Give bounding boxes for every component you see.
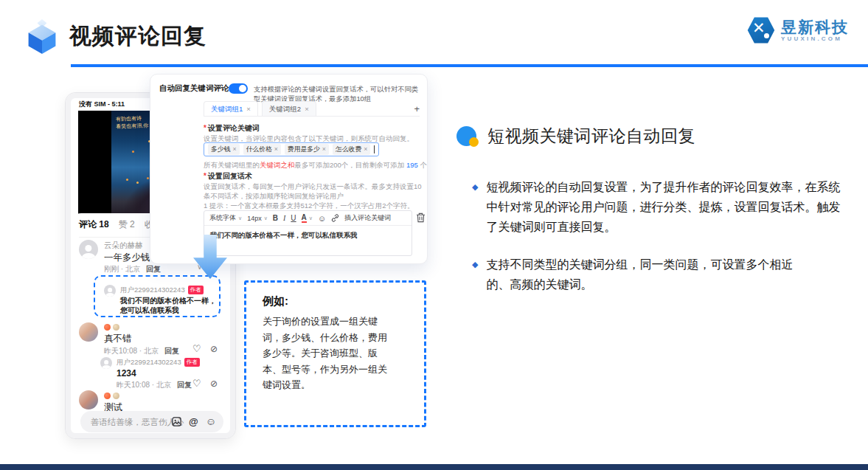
- keyword-tag[interactable]: 什么价格×: [243, 144, 281, 155]
- reply-hint: 设置回复话术，每回复一个用户评论只发送一条话术。最多支持设置10条不同话术，按添…: [204, 182, 425, 201]
- example-callout-box: 例如: 关于询价的设置成一组关键词，多少钱、什么价格，费用多少等。关于咨询班型、…: [244, 280, 426, 427]
- close-icon[interactable]: ×: [305, 105, 309, 113]
- feature-heading: 短视频关键词评论自动回复: [487, 125, 695, 148]
- comment-input[interactable]: 善语结善缘，恶言伤人心 @ ☺: [80, 411, 223, 432]
- keyword-section-label: *设置评论关键词: [204, 123, 260, 134]
- user-badges: [104, 393, 119, 399]
- required-asterisk: *: [204, 172, 206, 180]
- phone-status-bar: 没有 SIM - 5:11: [79, 100, 125, 109]
- comment-username: 用户2299214302243作者: [117, 358, 200, 367]
- like-icon[interactable]: ♡: [192, 343, 201, 354]
- auto-reply-highlight: 用户2299214302243作者 我们不同的版本价格不一样，您可以私信联系我: [94, 275, 221, 317]
- example-title: 例如:: [263, 294, 288, 308]
- keyword-tags-input[interactable]: 多少钱× 什么价格× 费用是多少× 怎么收费×: [204, 142, 379, 156]
- tab-keyword-group-2[interactable]: 关键词组2×: [262, 101, 316, 116]
- tab-likes[interactable]: 赞 2: [119, 218, 135, 231]
- avatar: [104, 285, 116, 297]
- tab-comments[interactable]: 评论 18: [79, 218, 109, 231]
- editor-content[interactable]: 我们不同的版本价格不一样，您可以私信联系我: [204, 226, 412, 246]
- mention-icon[interactable]: @: [189, 416, 198, 427]
- avatar: [79, 390, 98, 409]
- comment-meta: 昨天10:08 · 北京回复: [117, 380, 192, 390]
- comment-text: 一年多少钱: [104, 252, 150, 264]
- auto-reply-settings-panel: 自动回复关键词评论 支持根据评论的关键词设置回复话术，可以针对不同类型关键词设置…: [150, 74, 428, 264]
- keyword-quota-text: 所有关键词组里的关键词之和最多可添加200个，目前剩余可添加 195 个: [204, 161, 427, 170]
- comment-text: 1234: [117, 368, 136, 379]
- close-icon[interactable]: ×: [322, 145, 326, 153]
- emoji-button[interactable]: ☺: [318, 214, 326, 223]
- comment-username: 云朵的赫赫: [104, 241, 143, 251]
- font-size-select[interactable]: 14px∨: [247, 215, 268, 222]
- brand-name: 昱新科技: [781, 19, 849, 35]
- comment-meta: 刚刚 · 北京回复: [104, 264, 161, 274]
- dislike-icon[interactable]: ⊘: [210, 344, 218, 354]
- header-divider: [71, 64, 868, 67]
- close-icon[interactable]: ×: [274, 145, 278, 153]
- trash-icon[interactable]: [416, 212, 426, 223]
- quota-remaining: 195: [406, 161, 418, 169]
- brand-logo: ✕ 昱新科技 YUUXIN.COM: [747, 16, 849, 44]
- avatar: [79, 322, 98, 342]
- keyword-tag[interactable]: 费用是多少×: [285, 144, 329, 155]
- text-cursor: [374, 145, 375, 153]
- feature-bullet-icon: [456, 126, 482, 150]
- comment-meta: 昨天10:08 · 北京回复: [104, 346, 179, 356]
- font-color-button[interactable]: A∨: [302, 214, 313, 223]
- editor-toolbar: 系统字体∨ 14px∨ B I U A∨ ☺ 插入评论关键词: [204, 211, 412, 226]
- feature-bullet: ◆ 短视频评论的自动回复设置，为了提升作者的评论回复效率，在系统中针对常见的评论…: [472, 177, 841, 237]
- example-body: 关于询价的设置成一组关键词，多少钱、什么价格，费用多少等。关于咨询班型、版本、型…: [263, 314, 388, 393]
- add-group-button[interactable]: +: [414, 102, 420, 116]
- reply-link[interactable]: 回复: [164, 347, 179, 355]
- quota-highlight: 关键词之和: [260, 161, 295, 169]
- link-icon[interactable]: [331, 214, 339, 222]
- keyword-tag[interactable]: 怎么收费×: [333, 144, 370, 155]
- keyword-group-tabs: 关键词组1× 关键词组2× +: [204, 101, 420, 117]
- comment-username: 用户2299214302243作者: [120, 286, 204, 295]
- diamond-icon: ◆: [472, 255, 478, 294]
- page: 视频评论回复 ✕ 昱新科技 YUUXIN.COM 没有 SIM - 5:11 有…: [0, 0, 868, 470]
- brand-domain: YUUXIN.COM: [781, 35, 849, 42]
- page-title: 视频评论回复: [69, 21, 206, 52]
- brand-hexagon-icon: ✕: [747, 16, 775, 44]
- diamond-icon: ◆: [472, 177, 478, 237]
- close-icon[interactable]: ×: [246, 105, 251, 113]
- italic-button[interactable]: I: [283, 214, 285, 222]
- rich-text-editor: 系统字体∨ 14px∨ B I U A∨ ☺ 插入评论关键词 我们不同的版本价格…: [204, 210, 412, 256]
- cube-logo-icon: [25, 19, 59, 55]
- footer-bar: [0, 464, 868, 470]
- video-overlay-text: 有韵也有诗 看笑也有泪,你: [116, 114, 149, 131]
- close-icon[interactable]: ×: [232, 145, 236, 153]
- auto-reply-toggle[interactable]: [229, 83, 248, 94]
- comment-input-placeholder: 善语结善缘，恶言伤人心: [91, 417, 184, 428]
- image-icon[interactable]: [172, 417, 181, 426]
- reply-link[interactable]: 回复: [177, 381, 192, 389]
- comment-text: 真不错: [104, 333, 132, 345]
- dislike-icon[interactable]: ⊘: [210, 379, 218, 389]
- emoji-icon[interactable]: ☺: [206, 415, 216, 427]
- user-badges: [104, 324, 119, 331]
- tab-keyword-group-1[interactable]: 关键词组1×: [204, 101, 258, 116]
- feature-bullet: ◆ 支持不同类型的关键词分组，同一类问题，可设置多个相近的、高频的关键词。: [472, 255, 813, 294]
- close-icon[interactable]: ×: [364, 145, 367, 153]
- auto-reply-text: 我们不同的版本价格不一样，您可以私信联系我: [120, 296, 222, 315]
- avatar: [100, 357, 112, 369]
- avatar: [79, 240, 98, 259]
- reply-tip: 1 提示：一个富文本框最多支持512个字符，一个汉字占用2个字符。: [204, 201, 414, 210]
- insert-keyword-button[interactable]: 插入评论关键词: [344, 213, 391, 223]
- keyword-tag[interactable]: 多少钱×: [208, 144, 240, 155]
- reply-section-label: *设置回复话术: [204, 171, 252, 182]
- panel-title: 自动回复关键词评论: [159, 83, 229, 94]
- like-icon[interactable]: ♡: [192, 378, 201, 389]
- reply-link[interactable]: 回复: [146, 265, 161, 273]
- author-badge: 作者: [184, 358, 200, 367]
- required-asterisk: *: [204, 124, 206, 132]
- bold-button[interactable]: B: [273, 214, 278, 222]
- font-family-select[interactable]: 系统字体∨: [209, 213, 242, 223]
- underline-button[interactable]: U: [291, 214, 296, 222]
- author-badge: 作者: [188, 286, 204, 294]
